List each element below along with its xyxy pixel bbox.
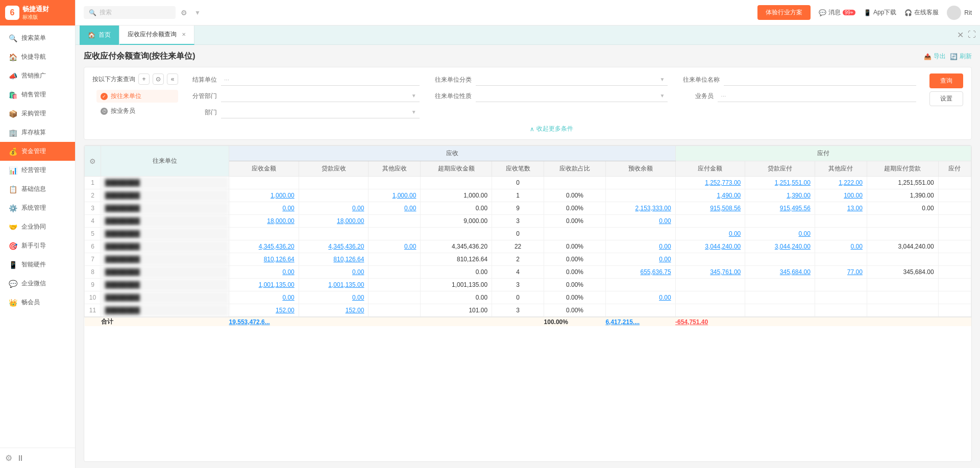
table-cell[interactable]: 1,222.00 bbox=[815, 177, 867, 189]
app-label: App下载 bbox=[873, 8, 896, 17]
table-cell[interactable]: 655,636.75 bbox=[605, 266, 675, 279]
service-icon: 🎧 bbox=[904, 9, 912, 16]
table-cell[interactable]: 1,252,773.00 bbox=[675, 177, 745, 189]
field-unit-nature-input[interactable]: ▼ bbox=[476, 90, 668, 102]
table-cell[interactable]: 0.00 bbox=[369, 202, 421, 215]
sidebar-item-7[interactable]: 📊经营管理 bbox=[0, 161, 75, 180]
field-unit-name-input[interactable] bbox=[724, 73, 916, 86]
table-cell[interactable]: 0.00 bbox=[229, 291, 299, 304]
table-cell[interactable]: 0.00 bbox=[299, 266, 369, 279]
refresh-btn[interactable]: 🔄 刷新 bbox=[950, 52, 972, 61]
table-cell[interactable]: 810,126.64 bbox=[229, 253, 299, 266]
table-cell[interactable]: 0.00 bbox=[299, 202, 369, 215]
field-settlement-input[interactable]: ··· bbox=[221, 73, 420, 86]
table-cell[interactable]: 0.00 bbox=[675, 228, 745, 240]
footer-ar-prepaid[interactable]: 6,417,215.... bbox=[605, 317, 675, 326]
collapse-btn[interactable]: ∧ 收起更多条件 bbox=[186, 125, 916, 133]
th-ar-group: 应收 bbox=[229, 146, 675, 161]
table-cell[interactable]: 3,044,240.00 bbox=[745, 240, 815, 253]
sidebar-item-11[interactable]: 🎯新手引导 bbox=[0, 236, 75, 255]
table-cell[interactable]: 13.00 bbox=[815, 202, 867, 215]
table-cell[interactable]: 810,126.64 bbox=[299, 253, 369, 266]
sidebar-item-3[interactable]: 🛍️销售管理 bbox=[0, 85, 75, 104]
sidebar-item-8[interactable]: 📋基础信息 bbox=[0, 180, 75, 199]
set-button[interactable]: 设置 bbox=[929, 91, 963, 106]
edit-scheme-btn[interactable]: ⊙ bbox=[153, 73, 164, 85]
sidebar-item-6[interactable]: 💰资金管理 bbox=[0, 142, 75, 161]
add-scheme-btn[interactable]: + bbox=[138, 73, 150, 85]
table-cell[interactable]: 0.00 bbox=[229, 266, 299, 279]
tab-expand-icon[interactable]: ⛶ bbox=[968, 30, 976, 40]
table-cell[interactable]: 0.00 bbox=[605, 253, 675, 266]
table-cell[interactable]: 345,684.00 bbox=[745, 266, 815, 279]
table-cell[interactable]: 345,761.00 bbox=[675, 266, 745, 279]
sidebar-item-10[interactable]: 🤝企业协同 bbox=[0, 217, 75, 236]
footer-ap-total[interactable]: -654,751.40 bbox=[675, 317, 745, 326]
tab-home[interactable]: 🏠 首页 bbox=[80, 26, 119, 45]
scheme-item-salesman[interactable]: ⏱ 按业务员 bbox=[96, 105, 178, 117]
table-cell[interactable]: 18,000.00 bbox=[229, 215, 299, 228]
app-download-btn[interactable]: 📱 App下载 bbox=[864, 8, 896, 17]
field-salesman-input[interactable]: ··· bbox=[718, 90, 916, 102]
table-cell[interactable]: 0.00 bbox=[605, 291, 675, 304]
table-cell[interactable]: 1,390.00 bbox=[745, 189, 815, 202]
table-cell[interactable]: 4,345,436.20 bbox=[229, 240, 299, 253]
scheme-item-unit[interactable]: ✓ 按往来单位 bbox=[96, 90, 178, 103]
table-cell[interactable]: 0.00 bbox=[815, 240, 867, 253]
table-cell[interactable]: 100.00 bbox=[815, 189, 867, 202]
query-button[interactable]: 查询 bbox=[929, 73, 963, 88]
sidebar-label-14: 畅会员 bbox=[21, 298, 40, 307]
sidebar-item-1[interactable]: 🏠快捷导航 bbox=[0, 47, 75, 66]
promo-button[interactable]: 体验行业方案 bbox=[757, 5, 811, 20]
settings-bottom-icon[interactable]: ⚙ bbox=[5, 453, 12, 463]
header-dropdown-icon[interactable]: ▼ bbox=[194, 9, 201, 16]
table-cell[interactable]: 915,508.56 bbox=[675, 202, 745, 215]
table-cell[interactable]: 1,000.00 bbox=[229, 189, 299, 202]
table-cell[interactable]: 152.00 bbox=[229, 304, 299, 317]
field-unit-category-input[interactable]: ▼ bbox=[476, 73, 668, 86]
sidebar-item-12[interactable]: 📱智能硬件 bbox=[0, 255, 75, 274]
table-cell[interactable]: 18,000.00 bbox=[299, 215, 369, 228]
field-dept-input[interactable]: ▼ bbox=[221, 90, 420, 102]
sidebar-item-13[interactable]: 💬企业微信 bbox=[0, 274, 75, 293]
table-cell[interactable]: 77.00 bbox=[815, 266, 867, 279]
header-search-box[interactable]: 🔍 搜索 bbox=[84, 6, 176, 19]
collapse-sidebar-icon[interactable]: ⏸ bbox=[16, 454, 24, 463]
tab-close-icon[interactable]: ✕ bbox=[182, 32, 186, 37]
header-gear-icon[interactable]: ⚙ bbox=[181, 9, 187, 17]
export-btn[interactable]: 📤 导出 bbox=[924, 52, 946, 61]
table-settings-icon[interactable]: ⚙ bbox=[89, 157, 96, 165]
table-cell[interactable]: 0.00 bbox=[605, 240, 675, 253]
table-cell[interactable]: 0.00 bbox=[745, 228, 815, 240]
table-cell[interactable]: 0.00 bbox=[299, 291, 369, 304]
table-cell[interactable]: 915,495.56 bbox=[745, 202, 815, 215]
sidebar-item-14[interactable]: 👑畅会员 bbox=[0, 293, 75, 312]
field-division-input[interactable]: ▼ bbox=[221, 106, 420, 118]
footer-ar-total[interactable]: 19,553,472,6... bbox=[229, 317, 299, 326]
message-btn[interactable]: 💬 消息 99+ bbox=[819, 8, 855, 17]
more-scheme-btn[interactable]: « bbox=[167, 73, 178, 85]
tab-close-all-icon[interactable]: ✕ bbox=[957, 30, 964, 40]
sidebar-item-9[interactable]: ⚙️系统管理 bbox=[0, 199, 75, 217]
table-cell[interactable]: 3,044,240.00 bbox=[675, 240, 745, 253]
sidebar-item-5[interactable]: 🏢库存核算 bbox=[0, 123, 75, 142]
sidebar-item-2[interactable]: 📣营销推广 bbox=[0, 66, 75, 85]
table-cell[interactable]: 2,153,333.00 bbox=[605, 202, 675, 215]
table-scroll[interactable]: ⚙ 往来单位 应收 应付 应收金额 贷款应收 其他应收 超期应收金额 应收笔数 bbox=[84, 145, 971, 461]
sidebar-item-4[interactable]: 📦采购管理 bbox=[0, 104, 75, 123]
online-service-btn[interactable]: 🎧 在线客服 bbox=[904, 8, 939, 17]
user-menu[interactable]: Rit bbox=[947, 6, 972, 20]
tab-ar-query[interactable]: 应收应付余额查询 ✕ bbox=[119, 26, 194, 45]
sidebar-item-0[interactable]: 🔍搜索菜单 bbox=[0, 29, 75, 47]
table-cell[interactable]: 1,001,135.00 bbox=[299, 279, 369, 291]
table-cell[interactable]: 1,000.00 bbox=[369, 189, 421, 202]
table-cell[interactable]: 0.00 bbox=[229, 202, 299, 215]
page-container: 应收应付余额查询(按往来单位) 📤 导出 🔄 刷新 按以下方案查询 bbox=[76, 45, 980, 468]
table-cell[interactable]: 1,490.00 bbox=[675, 189, 745, 202]
table-cell[interactable]: 0.00 bbox=[369, 240, 421, 253]
table-cell[interactable]: 152.00 bbox=[299, 304, 369, 317]
table-cell[interactable]: 1,251,551.00 bbox=[745, 177, 815, 189]
table-cell[interactable]: 1,001,135.00 bbox=[229, 279, 299, 291]
table-cell[interactable]: 4,345,436.20 bbox=[299, 240, 369, 253]
table-cell[interactable]: 0.00 bbox=[605, 215, 675, 228]
